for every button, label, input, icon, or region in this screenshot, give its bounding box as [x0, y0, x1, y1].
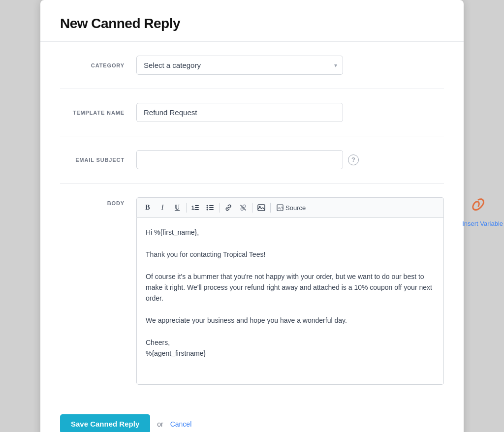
insert-variable-link[interactable]: Insert Variable [462, 220, 503, 227]
card-body: CATEGORY Select a category ▾ TEMPLATE NA… [40, 42, 464, 399]
template-name-row: TEMPLATE NAME [60, 89, 444, 136]
link-button[interactable] [221, 201, 235, 215]
unlink-icon [239, 204, 247, 212]
ordered-list-button[interactable]: 1. [189, 201, 202, 215]
toolbar-divider-3 [252, 203, 252, 213]
page-title: New Canned Reply [60, 16, 444, 31]
editor-toolbar: B I U 1. [136, 197, 444, 217]
category-field: Select a category ▾ [136, 56, 444, 75]
email-subject-input[interactable] [136, 150, 343, 169]
ordered-list-icon: 1. [191, 204, 199, 212]
svg-rect-1 [195, 205, 199, 206]
category-row: CATEGORY Select a category ▾ [60, 42, 444, 89]
svg-point-5 [207, 207, 208, 209]
svg-point-4 [207, 205, 208, 207]
source-icon: </> [277, 204, 284, 211]
italic-button[interactable]: I [156, 201, 169, 215]
footer: Save Canned Reply or Cancel [40, 399, 464, 432]
email-subject-field: ? [136, 150, 444, 169]
image-button[interactable] [254, 201, 268, 215]
svg-rect-8 [209, 207, 214, 208]
body-editor[interactable]: Hi %{first_name}, Thank you for contacti… [136, 217, 444, 385]
toolbar-divider-4 [270, 203, 271, 213]
source-button[interactable]: </> Source [273, 202, 310, 214]
category-label: CATEGORY [60, 62, 136, 68]
or-text: or [157, 420, 163, 428]
category-select-wrapper: Select a category ▾ [136, 56, 343, 75]
link-icon [224, 204, 232, 212]
bold-button[interactable]: B [141, 201, 155, 215]
svg-rect-2 [195, 207, 199, 208]
svg-point-6 [207, 209, 208, 211]
template-name-input[interactable] [136, 103, 343, 122]
svg-text:</>: </> [278, 206, 284, 210]
card-header: New Canned Reply [40, 0, 464, 42]
svg-rect-3 [195, 209, 199, 210]
email-subject-row: EMAIL SUBJECT ? [60, 136, 444, 184]
unordered-list-icon [206, 204, 214, 212]
toolbar-divider-2 [219, 203, 220, 213]
svg-rect-7 [209, 205, 214, 206]
template-name-field [136, 103, 444, 122]
editor-wrapper: B I U 1. [136, 197, 444, 385]
email-subject-label: EMAIL SUBJECT [60, 157, 136, 163]
email-subject-inner: ? [136, 150, 444, 169]
underline-button[interactable]: U [170, 201, 184, 215]
template-name-label: TEMPLATE NAME [60, 110, 136, 116]
help-icon[interactable]: ? [348, 154, 359, 165]
cancel-link[interactable]: Cancel [170, 420, 192, 428]
category-select[interactable]: Select a category [136, 56, 343, 75]
body-label: BODY [60, 197, 136, 206]
unlink-button[interactable] [236, 201, 250, 215]
toolbar-divider-1 [186, 203, 187, 213]
unordered-list-button[interactable] [203, 201, 217, 215]
svg-rect-9 [209, 209, 214, 210]
card: New Canned Reply CATEGORY Select a categ… [40, 0, 464, 432]
save-button[interactable]: Save Canned Reply [60, 414, 150, 432]
body-row: BODY B I U 1. [60, 184, 444, 399]
image-icon [257, 204, 265, 212]
